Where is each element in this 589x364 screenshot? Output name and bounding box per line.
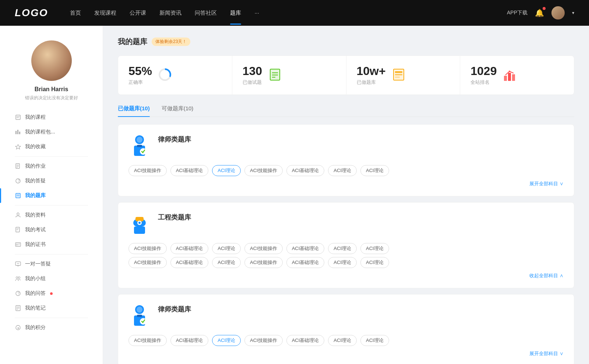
notification-badge bbox=[543, 7, 546, 10]
sidebar-label: 我的笔记 bbox=[25, 305, 46, 311]
tag[interactable]: ACI基础理论 bbox=[286, 257, 325, 268]
tag[interactable]: ACI技能操作 bbox=[244, 257, 283, 268]
stat-ranking-label: 全站排名 bbox=[470, 79, 497, 86]
sidebar-label: 我的资料 bbox=[25, 212, 46, 218]
tag[interactable]: ACI理论 bbox=[360, 165, 389, 176]
svg-text:?: ? bbox=[18, 292, 20, 296]
sidebar-item-my-group[interactable]: 我的小组 bbox=[7, 271, 95, 286]
tab-done-banks[interactable]: 已做题库(10) bbox=[118, 105, 150, 117]
stat-questions-label: 已做试题 bbox=[243, 79, 262, 86]
stat-ranking-value: 1029 bbox=[470, 65, 497, 78]
tag[interactable]: ACI技能操作 bbox=[244, 335, 283, 346]
tag[interactable]: ACI基础理论 bbox=[286, 243, 325, 254]
tag[interactable]: ACI技能操作 bbox=[128, 243, 167, 254]
tag[interactable]: ACI基础理论 bbox=[286, 165, 325, 176]
tag-active[interactable]: ACI理论 bbox=[212, 165, 241, 176]
svg-point-61 bbox=[138, 222, 141, 224]
tag[interactable]: ACI理论 bbox=[360, 335, 389, 346]
qbank-info: 律师类题库 bbox=[158, 133, 191, 144]
collapse-link-engineer1[interactable]: 收起全部科目 ∧ bbox=[128, 271, 564, 279]
sidebar-item-my-points[interactable]: ★ 我的积分 bbox=[7, 320, 95, 335]
svg-text:★: ★ bbox=[17, 326, 20, 330]
stat-banks: 10w+ 已做题库 bbox=[346, 56, 461, 94]
svg-rect-46 bbox=[395, 74, 402, 75]
tabs-row: 已做题库(10) 可做题库(10) bbox=[118, 105, 574, 117]
stat-banks-value: 10w+ bbox=[357, 65, 386, 78]
qbank-title: 律师类题库 bbox=[158, 133, 191, 144]
tag[interactable]: ACI技能操作 bbox=[244, 165, 283, 176]
qbank-card-lawyer2: 律师类题库 ACI技能操作 ACI基础理论 ACI理论 ACI技能操作 ACI基… bbox=[118, 294, 574, 364]
tag[interactable]: ACI基础理论 bbox=[286, 335, 325, 346]
svg-rect-59 bbox=[134, 226, 145, 234]
points-icon: ★ bbox=[15, 324, 21, 331]
sidebar-item-my-exam[interactable]: 我的考试 bbox=[7, 222, 95, 237]
app-download-link[interactable]: APP下载 bbox=[507, 10, 528, 16]
tag[interactable]: ACI理论 bbox=[360, 257, 389, 268]
tag[interactable]: ACI基础理论 bbox=[170, 257, 209, 268]
nav-news[interactable]: 新闻资讯 bbox=[159, 10, 181, 17]
sidebar-label: 一对一答疑 bbox=[25, 261, 51, 267]
notification-bell[interactable]: 🔔 bbox=[535, 8, 544, 17]
favorites-icon bbox=[15, 143, 21, 150]
sidebar-item-one-on-one[interactable]: 一对一答疑 bbox=[7, 257, 95, 271]
tag[interactable]: ACI技能操作 bbox=[128, 257, 167, 268]
sidebar-item-my-favorites[interactable]: 我的收藏 bbox=[7, 139, 95, 154]
tag[interactable]: ACI理论 bbox=[328, 165, 357, 176]
svg-point-51 bbox=[509, 71, 510, 72]
notes-icon bbox=[15, 305, 21, 311]
svg-rect-45 bbox=[395, 71, 402, 73]
svg-rect-65 bbox=[137, 315, 142, 317]
tag[interactable]: ACI技能操作 bbox=[128, 335, 167, 346]
sidebar-item-my-cert[interactable]: 我的证书 bbox=[7, 237, 95, 252]
tags-row-lawyer2: ACI技能操作 ACI基础理论 ACI理论 ACI技能操作 ACI基础理论 AC… bbox=[128, 335, 564, 346]
tags-row-engineer1-row1: ACI技能操作 ACI基础理论 ACI理论 ACI技能操作 ACI基础理论 AC… bbox=[128, 243, 564, 254]
nav-discover[interactable]: 发现课程 bbox=[94, 10, 116, 17]
sidebar-item-my-homework[interactable]: 我的作业 bbox=[7, 159, 95, 174]
sidebar-item-my-courses[interactable]: 我的课程 bbox=[7, 110, 95, 125]
qbank-info: 工程类题库 bbox=[158, 211, 191, 222]
sidebar-label: 我的小组 bbox=[25, 275, 46, 282]
stat-banks-label: 已做题库 bbox=[357, 79, 386, 86]
tag[interactable]: ACI理论 bbox=[212, 243, 241, 254]
svg-marker-6 bbox=[15, 144, 21, 149]
sidebar-item-my-notes[interactable]: 我的笔记 bbox=[7, 301, 95, 315]
nav-qbank[interactable]: 题库 bbox=[230, 10, 241, 17]
tag[interactable]: ACI技能操作 bbox=[244, 243, 283, 254]
sidebar-item-my-questions[interactable]: ? 我的问答 bbox=[7, 286, 95, 301]
sidebar-label: 我的题库 bbox=[25, 192, 46, 199]
sidebar-label: 我的课程 bbox=[25, 114, 46, 121]
sidebar-label: 我的积分 bbox=[25, 324, 46, 331]
expand-link-lawyer1[interactable]: 展开全部科目 ∨ bbox=[128, 179, 564, 187]
nav-qa[interactable]: 问答社区 bbox=[195, 10, 217, 17]
tag[interactable]: ACI理论 bbox=[328, 335, 357, 346]
user-avatar-nav[interactable] bbox=[551, 6, 565, 19]
sidebar-divider3 bbox=[15, 254, 88, 254]
svg-rect-55 bbox=[137, 145, 142, 147]
sidebar-item-my-qbank[interactable]: 我的题库 bbox=[7, 188, 95, 203]
stat-accuracy: 55% 正确率 bbox=[118, 56, 232, 94]
tag-active[interactable]: ACI理论 bbox=[212, 335, 241, 346]
svg-rect-50 bbox=[512, 74, 515, 81]
tag[interactable]: ACI理论 bbox=[360, 243, 389, 254]
sidebar-item-my-profile[interactable]: 我的资料 bbox=[7, 208, 95, 222]
expand-link-lawyer2[interactable]: 展开全部科目 ∨ bbox=[128, 349, 564, 357]
tag[interactable]: ACI基础理论 bbox=[170, 243, 209, 254]
qbank-header: 律师类题库 bbox=[128, 133, 564, 159]
sidebar-item-my-packages[interactable]: 我的课程包... bbox=[7, 125, 95, 139]
nav-open-course[interactable]: 公开课 bbox=[130, 10, 146, 17]
tag[interactable]: ACI基础理论 bbox=[170, 165, 209, 176]
tag[interactable]: ACI技能操作 bbox=[128, 165, 167, 176]
tag[interactable]: ACI理论 bbox=[212, 257, 241, 268]
nav-home[interactable]: 首页 bbox=[70, 10, 81, 17]
user-dropdown-arrow[interactable]: ▾ bbox=[572, 10, 574, 15]
navbar: LOGO 首页 发现课程 公开课 新闻资讯 问答社区 题库 ··· APP下载 … bbox=[0, 0, 589, 26]
stat-accuracy-label: 正确率 bbox=[128, 79, 152, 86]
page-header: 我的题库 体验剩余23天！ bbox=[118, 37, 574, 47]
sidebar-item-my-qa[interactable]: ? 我的答疑 bbox=[7, 174, 95, 188]
tab-available-banks[interactable]: 可做题库(10) bbox=[162, 105, 194, 117]
tag[interactable]: ACI理论 bbox=[328, 243, 357, 254]
tag[interactable]: ACI基础理论 bbox=[170, 335, 209, 346]
tag[interactable]: ACI理论 bbox=[328, 257, 357, 268]
svg-rect-0 bbox=[16, 115, 20, 119]
nav-more[interactable]: ··· bbox=[254, 10, 259, 17]
